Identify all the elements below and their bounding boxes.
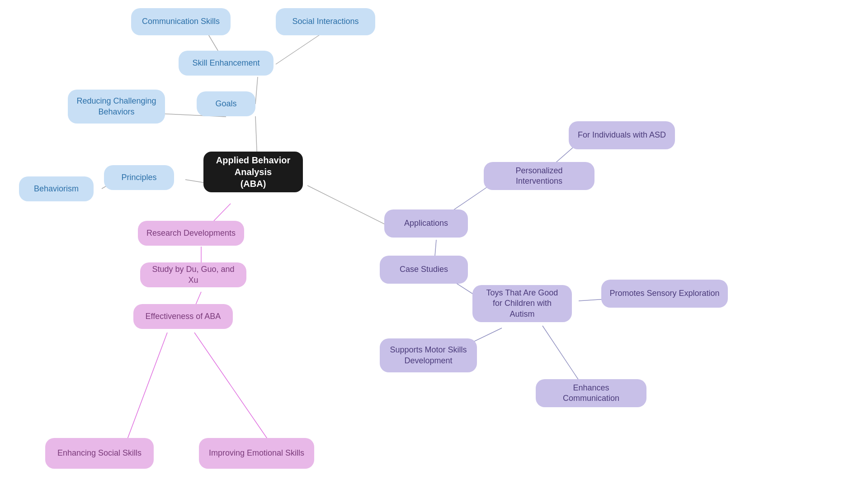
effectiveness-aba-label: Effectiveness of ABA — [146, 311, 221, 322]
study-du-guo-label: Study by Du, Guo, and Xu — [148, 264, 238, 285]
promotes-sensory-label: Promotes Sensory Exploration — [609, 288, 719, 299]
toys-that-are-good-node: Toys That Are Good for Children with Aut… — [472, 285, 572, 322]
behaviorism-label: Behaviorism — [34, 184, 79, 194]
promotes-sensory-node: Promotes Sensory Exploration — [601, 280, 728, 308]
for-individuals-asd-node: For Individuals with ASD — [569, 121, 675, 149]
reducing-challenging-node: Reducing Challenging Behaviors — [68, 90, 165, 124]
improving-emotional-node: Improving Emotional Skills — [199, 438, 314, 469]
skill-enhancement-node: Skill Enhancement — [179, 51, 274, 76]
improving-emotional-label: Improving Emotional Skills — [209, 448, 304, 458]
center-label: Applied Behavior Analysis (ABA) — [212, 154, 295, 190]
svg-line-3 — [276, 34, 321, 64]
goals-label: Goals — [215, 99, 236, 109]
study-du-guo-node: Study by Du, Guo, and Xu — [140, 262, 246, 287]
supports-motor-label: Supports Motor Skills Development — [388, 345, 469, 366]
applications-node: Applications — [384, 209, 468, 238]
svg-line-19 — [542, 326, 579, 380]
case-studies-node: Case Studies — [380, 256, 468, 284]
case-studies-label: Case Studies — [400, 264, 448, 275]
enhances-communication-node: Enhances Communication — [536, 379, 646, 407]
social-interactions-node: Social Interactions — [276, 8, 375, 35]
center-node: Applied Behavior Analysis (ABA) — [203, 152, 303, 192]
for-individuals-asd-label: For Individuals with ASD — [578, 130, 666, 140]
personalized-interventions-label: Personalized Interventions — [492, 166, 586, 187]
svg-line-11 — [194, 333, 269, 441]
skill-enhancement-label: Skill Enhancement — [192, 58, 259, 68]
communication-skills-label: Communication Skills — [142, 16, 220, 27]
toys-that-are-good-label: Toys That Are Good for Children with Aut… — [481, 288, 564, 319]
applications-label: Applications — [404, 218, 448, 228]
communication-skills-node: Communication Skills — [131, 8, 231, 35]
social-interactions-label: Social Interactions — [292, 16, 359, 27]
reducing-challenging-label: Reducing Challenging Behaviors — [76, 96, 157, 117]
enhances-communication-label: Enhances Communication — [544, 383, 638, 404]
enhancing-social-label: Enhancing Social Skills — [57, 448, 142, 458]
enhancing-social-node: Enhancing Social Skills — [45, 438, 154, 469]
research-developments-node: Research Developments — [138, 221, 244, 246]
personalized-interventions-node: Personalized Interventions — [484, 162, 594, 190]
principles-node: Principles — [104, 165, 174, 190]
effectiveness-aba-node: Effectiveness of ABA — [133, 304, 233, 329]
svg-line-10 — [127, 333, 167, 441]
principles-label: Principles — [121, 172, 156, 183]
supports-motor-node: Supports Motor Skills Development — [380, 338, 477, 372]
mind-map-connections — [0, 0, 868, 490]
behaviorism-node: Behaviorism — [19, 176, 94, 201]
research-developments-label: Research Developments — [146, 228, 236, 238]
svg-line-1 — [255, 77, 258, 104]
goals-node: Goals — [197, 91, 255, 116]
